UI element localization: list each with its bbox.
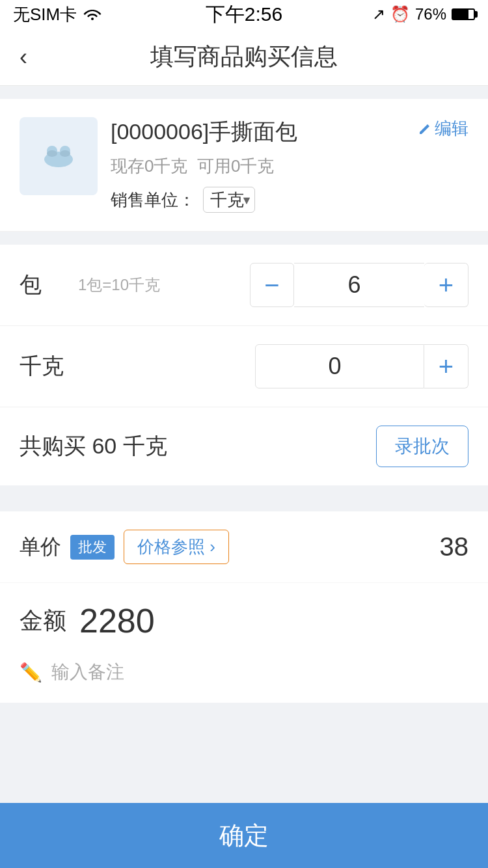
kg-quantity-row: 千克 + [0, 326, 488, 407]
page-title: 填写商品购买信息 [150, 41, 338, 73]
carrier-label: 无SIM卡 [13, 3, 77, 26]
product-unit-row: 销售单位： 千克 包 ▾ [111, 187, 468, 213]
back-button[interactable]: ‹ [20, 37, 34, 77]
amount-row: 金额 2280 [20, 601, 468, 640]
remark-row[interactable]: ✏️ 输入备注 [20, 653, 468, 703]
unit-select-wrapper[interactable]: 千克 包 ▾ [203, 187, 255, 213]
bao-sub-label: 1包=10千克 [78, 275, 160, 295]
separator-2 [0, 485, 488, 498]
status-bar: 无SIM卡 下午2:56 ↗ ⏰ 76% [0, 0, 488, 29]
battery-percent: 76% [415, 5, 446, 23]
price-label: 单价 [20, 533, 61, 562]
nav-bar: ‹ 填写商品购买信息 [0, 29, 488, 86]
kg-quantity-input[interactable] [255, 344, 424, 388]
battery-icon [452, 8, 475, 20]
product-info: [0000006]手撕面包 编辑 现存0千克 可用0千克 销售单位： 千克 包 … [111, 117, 468, 213]
product-card: [0000006]手撕面包 编辑 现存0千克 可用0千克 销售单位： 千克 包 … [0, 99, 488, 232]
bao-quantity-controls: − + [250, 263, 468, 307]
product-name: [0000006]手撕面包 [111, 117, 297, 147]
quantity-section: 包 1包=10千克 − + 千克 + 共购买 60 千克 录批次 [0, 245, 488, 485]
batch-button[interactable]: 录批次 [376, 426, 468, 467]
total-row: 共购买 60 千克 录批次 [0, 407, 488, 485]
kg-label: 千克 [20, 351, 72, 381]
price-reference-button[interactable]: 价格参照 › [124, 530, 229, 564]
location-icon: ↗ [372, 5, 385, 23]
amount-value: 2280 [79, 601, 155, 640]
wifi-icon [83, 5, 102, 25]
unit-select[interactable]: 千克 包 [203, 187, 255, 213]
price-row: 单价 批发 价格参照 › 38 [0, 511, 488, 583]
status-right: ↗ ⏰ 76% [372, 5, 475, 23]
edit-button[interactable]: 编辑 [418, 117, 468, 140]
product-stock: 现存0千克 可用0千克 [111, 155, 468, 178]
bottom-spacer [0, 703, 488, 803]
remark-placeholder: 输入备注 [51, 660, 124, 685]
pencil-icon: ✏️ [20, 662, 42, 683]
svg-point-3 [47, 150, 57, 157]
status-left: 无SIM卡 [13, 3, 102, 26]
amount-section: 金额 2280 ✏️ 输入备注 [0, 583, 488, 703]
kg-increment-button[interactable]: + [424, 344, 468, 388]
bao-label: 包 [20, 270, 72, 300]
bao-quantity-input[interactable] [294, 263, 424, 307]
confirm-button[interactable]: 确定 [0, 803, 488, 868]
bao-decrement-button[interactable]: − [250, 263, 294, 307]
bao-quantity-row: 包 1包=10千克 − + [0, 245, 488, 326]
price-tag: 批发 [70, 535, 115, 560]
price-value: 38 [440, 532, 469, 562]
bao-increment-button[interactable]: + [424, 263, 468, 307]
amount-label: 金额 [20, 605, 66, 637]
status-time: 下午2:56 [206, 1, 282, 28]
kg-quantity-controls: + [255, 344, 468, 388]
separator-1 [0, 232, 488, 245]
alarm-icon: ⏰ [390, 5, 410, 23]
product-image [20, 117, 98, 195]
total-text: 共购买 60 千克 [20, 431, 167, 461]
svg-point-4 [60, 150, 70, 157]
price-section: 单价 批发 价格参照 › 38 金额 2280 ✏️ 输入备注 [0, 511, 488, 703]
